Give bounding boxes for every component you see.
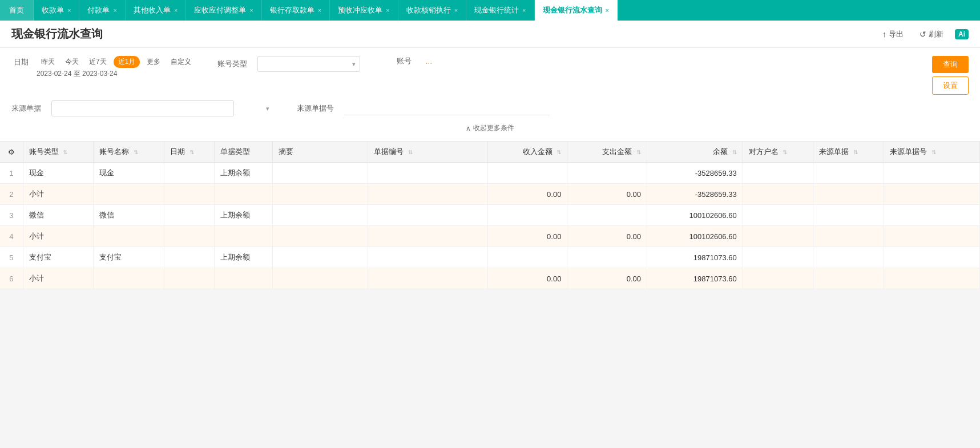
table-row[interactable]: 3 微信 微信 上期余额 100102606.60 bbox=[0, 205, 980, 226]
gear-icon[interactable]: ⚙ bbox=[8, 148, 15, 156]
nav-tab-yinhang[interactable]: 银行存取款单 × bbox=[262, 0, 330, 21]
close-icon[interactable]: × bbox=[174, 7, 178, 14]
export-button[interactable]: ↑ 导出 bbox=[878, 27, 908, 42]
sort-icon: ⇅ bbox=[931, 149, 936, 155]
account-ellipsis-btn[interactable]: ... bbox=[422, 56, 435, 66]
cell-income: 0.00 bbox=[487, 184, 567, 205]
row-num: 1 bbox=[0, 163, 23, 184]
nav-tab-qita[interactable]: 其他收入单 × bbox=[126, 0, 186, 21]
col-summary[interactable]: 摘要 bbox=[272, 142, 368, 163]
table-body: 1 现金 现金 上期余额 -3528659.33 2 小计 0.00 0.00 … bbox=[0, 163, 980, 289]
close-icon[interactable]: × bbox=[113, 7, 116, 14]
action-buttons: 查询 设置 bbox=[932, 56, 969, 95]
nav-tab-fukuan[interactable]: 付款单 × bbox=[79, 0, 125, 21]
table-row[interactable]: 4 小计 0.00 0.00 100102606.60 bbox=[0, 226, 980, 247]
nav-tab-shoukuanxiaoxiao[interactable]: 收款核销执行 × bbox=[398, 0, 466, 21]
sort-icon: ⇅ bbox=[556, 149, 561, 155]
source-doc-no-input[interactable] bbox=[344, 102, 550, 115]
cell-counterparty bbox=[743, 247, 813, 268]
cell-doc-no bbox=[368, 163, 488, 184]
nav-tab-label: 收款核销执行 bbox=[406, 5, 451, 15]
close-icon[interactable]: × bbox=[318, 7, 321, 14]
collapse-bar[interactable]: ∧ 收起更多条件 bbox=[11, 121, 969, 136]
cell-income: 0.00 bbox=[487, 226, 567, 247]
cell-summary bbox=[272, 205, 368, 226]
col-counterparty[interactable]: 对方户名 ⇅ bbox=[743, 142, 813, 163]
nav-tab-xianjinyinhang-tongji[interactable]: 现金银行统计 × bbox=[466, 0, 534, 21]
date-btn-more[interactable]: 更多 bbox=[143, 56, 164, 68]
col-income[interactable]: 收入金额 ⇅ bbox=[487, 142, 567, 163]
col-balance[interactable]: 余额 ⇅ bbox=[647, 142, 743, 163]
cell-account-type: 支付宝 bbox=[23, 247, 94, 268]
table-row[interactable]: 2 小计 0.00 0.00 -3528659.33 bbox=[0, 184, 980, 205]
source-doc-label: 来源单据 bbox=[11, 103, 41, 114]
cell-source-doc bbox=[813, 226, 884, 247]
sort-icon: ⇅ bbox=[408, 149, 413, 155]
source-doc-select[interactable] bbox=[51, 100, 234, 116]
col-expense[interactable]: 支出金额 ⇅ bbox=[567, 142, 647, 163]
col-account-name[interactable]: 账号名称 ⇅ bbox=[94, 142, 164, 163]
sort-icon: ⇅ bbox=[636, 149, 641, 155]
nav-tab-yingshouyingfu[interactable]: 应收应付调整单 × bbox=[186, 0, 261, 21]
date-btn-today[interactable]: 今天 bbox=[62, 56, 82, 68]
cell-date bbox=[164, 184, 214, 205]
cell-expense: 0.00 bbox=[567, 226, 647, 247]
cell-balance: 19871073.60 bbox=[647, 268, 743, 289]
refresh-label: 刷新 bbox=[929, 29, 943, 39]
date-btn-yesterday[interactable]: 昨天 bbox=[38, 56, 58, 68]
close-icon[interactable]: × bbox=[606, 7, 609, 14]
col-doc-type[interactable]: 单据类型 bbox=[214, 142, 272, 163]
account-type-select[interactable]: 现金 微信 支付宝 bbox=[257, 56, 360, 72]
nav-tab-yushou[interactable]: 预收冲应收单 × bbox=[330, 0, 398, 21]
close-icon[interactable]: × bbox=[454, 7, 458, 14]
cell-summary bbox=[272, 184, 368, 205]
top-navigation: 首页 收款单 × 付款单 × 其他收入单 × 应收应付调整单 × 银行存取款单 … bbox=[0, 0, 980, 21]
source-doc-select-wrapper bbox=[51, 100, 274, 116]
col-doc-no[interactable]: 单据编号 ⇅ bbox=[368, 142, 488, 163]
col-account-type[interactable]: 账号类型 ⇅ bbox=[23, 142, 94, 163]
query-button[interactable]: 查询 bbox=[932, 56, 969, 73]
cell-income bbox=[487, 205, 567, 226]
table-area: ⚙ 账号类型 ⇅ 账号名称 ⇅ 日期 ⇅ 单据类型 摘要 bbox=[0, 142, 980, 289]
nav-tab-label: 现金银行统计 bbox=[474, 5, 519, 15]
date-btn-7days[interactable]: 近7天 bbox=[86, 56, 110, 68]
cell-account-name: 现金 bbox=[94, 163, 164, 184]
col-date[interactable]: 日期 ⇅ bbox=[164, 142, 214, 163]
data-table: ⚙ 账号类型 ⇅ 账号名称 ⇅ 日期 ⇅ 单据类型 摘要 bbox=[0, 142, 980, 289]
cell-source-doc-no bbox=[884, 184, 980, 205]
close-icon[interactable]: × bbox=[522, 7, 526, 14]
cell-doc-no bbox=[368, 205, 488, 226]
col-date-label: 日期 bbox=[170, 147, 185, 156]
date-btn-custom[interactable]: 自定义 bbox=[167, 56, 195, 68]
cell-income bbox=[487, 163, 567, 184]
table-row[interactable]: 6 小计 0.00 0.00 19871073.60 bbox=[0, 268, 980, 289]
account-type-label: 账号类型 bbox=[217, 59, 247, 69]
col-doc-type-label: 单据类型 bbox=[220, 147, 250, 156]
cell-doc-no bbox=[368, 247, 488, 268]
refresh-button[interactable]: ↺ 刷新 bbox=[915, 27, 948, 42]
cell-account-name: 微信 bbox=[94, 205, 164, 226]
date-btn-1month[interactable]: 近1月 bbox=[114, 56, 140, 68]
sort-icon: ⇅ bbox=[783, 149, 787, 155]
settings-button[interactable]: 设置 bbox=[932, 76, 969, 95]
col-source-doc[interactable]: 来源单据 ⇅ bbox=[813, 142, 884, 163]
cell-doc-no bbox=[368, 268, 488, 289]
nav-tab-liushui-active[interactable]: 现金银行流水查询 × bbox=[535, 0, 618, 21]
col-source-doc-no[interactable]: 来源单据号 ⇅ bbox=[884, 142, 980, 163]
ai-badge[interactable]: Ai bbox=[955, 29, 969, 39]
col-account-name-label: 账号名称 bbox=[99, 147, 129, 156]
col-gear[interactable]: ⚙ bbox=[0, 142, 23, 163]
cell-doc-type: 上期余额 bbox=[214, 163, 272, 184]
sort-icon: ⇅ bbox=[63, 149, 67, 155]
col-source-doc-label: 来源单据 bbox=[819, 147, 849, 156]
close-icon[interactable]: × bbox=[386, 7, 389, 14]
nav-tab-label: 付款单 bbox=[87, 5, 110, 15]
nav-home[interactable]: 首页 bbox=[0, 0, 34, 21]
close-icon[interactable]: × bbox=[67, 7, 71, 14]
cell-source-doc-no bbox=[884, 247, 980, 268]
cell-doc-type: 上期余额 bbox=[214, 247, 272, 268]
close-icon[interactable]: × bbox=[249, 7, 253, 14]
table-row[interactable]: 5 支付宝 支付宝 上期余额 19871073.60 bbox=[0, 247, 980, 268]
table-row[interactable]: 1 现金 现金 上期余额 -3528659.33 bbox=[0, 163, 980, 184]
nav-tab-shoukuan[interactable]: 收款单 × bbox=[34, 0, 79, 21]
